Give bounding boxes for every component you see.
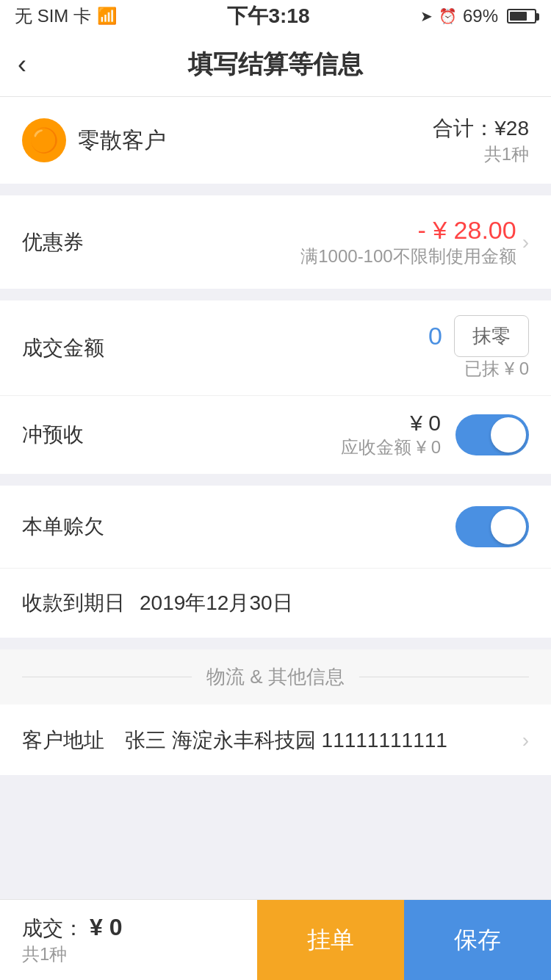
wifi-icon: 📶 (97, 7, 117, 26)
bottom-summary: 成交： ¥ 0 共1种 (0, 914, 257, 966)
bottom-transaction-label: 成交： (22, 915, 84, 943)
back-button[interactable]: ‹ (18, 49, 26, 80)
customer-total: 合计：¥28 共1种 (433, 115, 529, 166)
coupon-amount: - ¥ 28.00 (300, 216, 516, 245)
alarm-icon: ⏰ (439, 7, 457, 25)
transaction-right: 0 抹零 已抹 ¥ 0 (398, 315, 529, 381)
address-label: 客户地址 (22, 727, 110, 754)
divider-left (22, 677, 192, 677)
already-rounded: 已抹 ¥ 0 (464, 357, 529, 381)
prereceipt-label: 冲预收 (22, 421, 110, 449)
debt-label: 本单赊欠 (22, 513, 110, 541)
transaction-label: 成交金额 (22, 334, 110, 362)
transaction-row: 成交金额 0 抹零 已抹 ¥ 0 (0, 300, 551, 396)
debt-toggle[interactable] (455, 506, 529, 547)
prereceipt-main-amount: ¥ 0 (341, 411, 441, 436)
avatar-icon: 🟠 (29, 126, 59, 154)
status-right: ➤ ⏰ 69% (420, 6, 536, 26)
prereceipt-sub-amount: 应收金额 ¥ 0 (341, 436, 441, 459)
status-bar: 无 SIM 卡 📶 下午3:18 ➤ ⏰ 69% (0, 0, 551, 32)
location-icon: ➤ (420, 7, 433, 25)
chevron-right-icon: › (522, 231, 529, 254)
amount-and-btn: 0 抹零 (398, 315, 529, 357)
pending-button[interactable]: 挂单 (257, 900, 404, 981)
transaction-value[interactable]: 0 (398, 322, 442, 350)
status-left: 无 SIM 卡 📶 (15, 4, 117, 28)
prereceipt-toggle[interactable] (455, 414, 529, 455)
coupon-label: 优惠券 (22, 228, 110, 256)
debt-row: 本单赊欠 (0, 486, 551, 568)
coupon-desc: 满1000-100不限制使用金额 (300, 245, 516, 268)
battery-icon (507, 9, 536, 24)
prereceipt-values: ¥ 0 应收金额 ¥ 0 (341, 411, 529, 459)
logistics-header: 物流 & 其他信息 (0, 649, 551, 705)
carrier-label: 无 SIM 卡 (15, 4, 91, 28)
address-value: 张三 海淀永丰科技园 11111111111 (125, 727, 516, 754)
bottom-count: 共1种 (22, 943, 235, 966)
nav-bar: ‹ 填写结算等信息 (0, 32, 551, 97)
avatar: 🟠 (22, 118, 66, 162)
customer-section: 🟠 零散客户 合计：¥28 共1种 (0, 97, 551, 184)
total-count: 共1种 (433, 143, 529, 166)
prereceipt-row: 冲预收 ¥ 0 应收金额 ¥ 0 (0, 396, 551, 474)
logistics-section: 物流 & 其他信息 客户地址 张三 海淀永丰科技园 11111111111 › (0, 649, 551, 775)
debt-section: 本单赊欠 收款到期日 2019年12月30日 (0, 486, 551, 638)
divider-right (359, 677, 529, 677)
toggle-knob (491, 417, 526, 453)
due-date-row: 收款到期日 2019年12月30日 (0, 568, 551, 638)
address-row[interactable]: 客户地址 张三 海淀永丰科技园 11111111111 › (0, 706, 551, 775)
round-button[interactable]: 抹零 (454, 315, 529, 357)
content: 🟠 零散客户 合计：¥28 共1种 优惠券 - ¥ 28.00 满1000-10… (0, 97, 551, 863)
coupon-value-area: - ¥ 28.00 满1000-100不限制使用金额 › (300, 216, 529, 268)
customer-info: 🟠 零散客户 (22, 118, 166, 162)
customer-name: 零散客户 (78, 126, 166, 156)
total-amount: 合计：¥28 (433, 115, 529, 143)
logistics-title: 物流 & 其他信息 (206, 664, 345, 690)
transaction-section: 成交金额 0 抹零 已抹 ¥ 0 冲预收 ¥ 0 应收金额 ¥ 0 (0, 300, 551, 474)
battery-percent: 69% (463, 6, 498, 26)
save-button[interactable]: 保存 (404, 900, 551, 981)
due-date-label: 收款到期日 (22, 589, 125, 617)
bottom-bar: 成交： ¥ 0 共1种 挂单 保存 (0, 899, 551, 980)
prereceipt-amount: ¥ 0 应收金额 ¥ 0 (341, 411, 441, 459)
page-title: 填写结算等信息 (188, 48, 363, 82)
address-chevron-icon: › (522, 729, 529, 752)
coupon-section: 优惠券 - ¥ 28.00 满1000-100不限制使用金额 › (0, 195, 551, 289)
status-time: 下午3:18 (227, 2, 309, 30)
debt-toggle-knob (491, 509, 526, 544)
coupon-row[interactable]: 优惠券 - ¥ 28.00 满1000-100不限制使用金额 › (0, 195, 551, 289)
due-date-value: 2019年12月30日 (140, 589, 293, 617)
bottom-transaction-amount: ¥ 0 (90, 914, 122, 941)
